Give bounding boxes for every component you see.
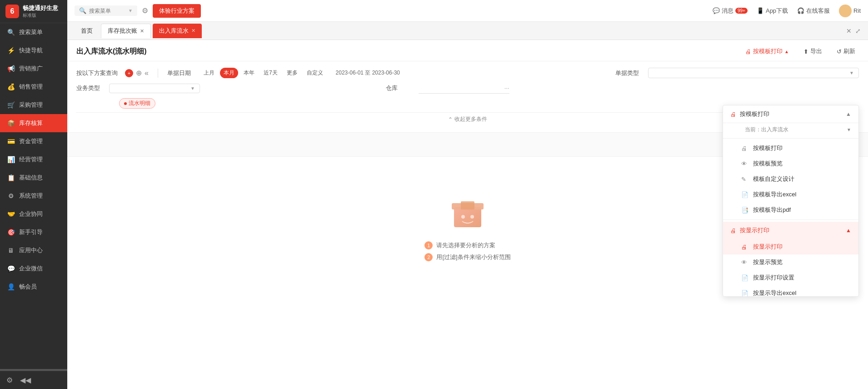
tab-inout-flow[interactable]: 出入库流水 ✕ <box>153 24 202 38</box>
template-preview-label: 按模板预览 <box>753 160 783 168</box>
display-print-label: 按显示打印 <box>753 243 783 251</box>
date-tab-7days[interactable]: 近7天 <box>260 68 281 78</box>
tab-close-inout-flow[interactable]: ✕ <box>191 28 195 34</box>
svg-point-3 <box>461 215 465 219</box>
warehouse-label: 仓库 <box>386 84 411 92</box>
dropdown-title: 按模板打印 <box>740 110 769 118</box>
close-tab-icon[interactable]: ✕ <box>846 27 852 35</box>
filter-add-actions: + ⊕ « <box>125 69 149 77</box>
refresh-icon: ↺ <box>837 48 842 55</box>
display-print-section-header[interactable]: 🖨 按显示打印 ▲ <box>723 222 858 239</box>
sidebar-item-quick-nav[interactable]: ⚡ 快捷导航 <box>0 41 67 60</box>
sidebar-item-finance[interactable]: 💳 资金管理 <box>0 132 67 150</box>
date-tab-current-month[interactable]: 本月 <box>220 68 238 78</box>
date-tab-year[interactable]: 本年 <box>240 68 258 78</box>
quick-filter-tag[interactable]: 流水明细 <box>119 98 155 109</box>
sidebar-item-purchase[interactable]: 🛒 采购管理 <box>0 96 67 114</box>
sidebar-item-wechat[interactable]: 💬 企业微信 <box>0 259 67 278</box>
search-icon: 🔍 <box>6 29 15 36</box>
svg-rect-2 <box>461 201 474 209</box>
display-settings-icon: 📄 <box>741 274 748 281</box>
date-tab-more[interactable]: 更多 <box>283 68 301 78</box>
current-label-text: 当前：出入库流水 <box>745 126 788 134</box>
warehouse-select[interactable]: ··· <box>419 83 509 94</box>
template-export-excel-label: 按模板导出excel <box>753 190 796 199</box>
filter-settings-icon[interactable]: ⊕ <box>136 69 142 77</box>
display-export-excel-item[interactable]: 📄 按显示导出excel <box>723 285 858 296</box>
settings-bottom-icon[interactable]: ⚙ <box>6 376 13 384</box>
tab-close-inventory-batch[interactable]: ✕ <box>140 28 144 34</box>
topbar-gear-icon[interactable]: ⚙ <box>142 6 148 15</box>
filter-add-icon[interactable]: + <box>125 69 133 77</box>
display-print-item[interactable]: 🖨 按显示打印 <box>723 239 858 254</box>
sidebar-item-member[interactable]: 👤 畅会员 <box>0 278 67 296</box>
template-export-pdf-item[interactable]: 📑 按模板导出pdf <box>723 202 858 218</box>
template-preview-item[interactable]: 👁 按模板预览 <box>723 156 858 171</box>
template-print-item-1[interactable]: 🖨 按模板打印 <box>723 140 858 156</box>
display-print-settings-item[interactable]: 📄 按显示打印设置 <box>723 270 858 285</box>
tab-inventory-batch[interactable]: 库存批次账 ✕ <box>101 24 151 38</box>
template-export-pdf-label: 按模板导出pdf <box>753 206 791 214</box>
print-dropdown-icon: 🖨 <box>730 111 736 118</box>
sidebar-item-sales[interactable]: 💰 销售管理 <box>0 78 67 96</box>
empty-tip-1: 1 请先选择要分析的方案 <box>424 241 510 249</box>
dropdown-header[interactable]: 🖨 按模板打印 ▲ <box>723 105 858 123</box>
trial-btn[interactable]: 体验行业方案 <box>153 4 201 18</box>
message-action[interactable]: 💬 消息 99+ <box>713 7 748 15</box>
date-tab-last-month[interactable]: 上月 <box>200 68 218 78</box>
online-service-label: 在线客服 <box>806 7 830 15</box>
topbar-search[interactable]: 🔍 ▼ <box>75 5 137 16</box>
export-btn[interactable]: ⬆ 导出 <box>800 45 826 57</box>
export-icon: ⬆ <box>803 48 808 55</box>
display-excel-icon: 📄 <box>741 290 748 297</box>
member-icon: 👤 <box>6 283 15 290</box>
filter-query-label: 按以下方案查询 <box>76 69 118 77</box>
print-btn[interactable]: 🖨 按模板打印 ▲ <box>742 45 793 57</box>
sidebar-item-basic-info[interactable]: 📋 基础信息 <box>0 169 67 187</box>
sidebar-item-marketing[interactable]: 📢 营销推广 <box>0 60 67 78</box>
sidebar-item-search[interactable]: 🔍 搜索菜单 <box>0 23 67 41</box>
svg-rect-0 <box>454 207 481 227</box>
display-print-section-icon: 🖨 <box>730 227 736 234</box>
sidebar-item-guide[interactable]: 🎯 新手引导 <box>0 223 67 241</box>
template-custom-icon: ✎ <box>741 176 748 183</box>
refresh-label: 刷新 <box>843 47 855 55</box>
sidebar-item-enterprise[interactable]: 🤝 企业协同 <box>0 205 67 223</box>
app-download-icon: 📱 <box>757 7 764 14</box>
page-actions: 🖨 按模板打印 ▲ ⬆ 导出 ↺ 刷新 <box>742 45 859 57</box>
print-icon: 🖨 <box>745 48 751 55</box>
expand-tab-icon[interactable]: ⤢ <box>855 27 861 35</box>
sidebar-item-inventory[interactable]: 📦 库存核算 <box>0 114 67 132</box>
dropdown-arrow-icon: ▼ <box>128 8 133 13</box>
date-tab-custom[interactable]: 自定义 <box>303 68 327 78</box>
refresh-btn[interactable]: ↺ 刷新 <box>833 45 859 57</box>
sidebar-nav: 🔍 搜索菜单 ⚡ 快捷导航 📢 营销推广 💰 销售管理 🛒 采购管理 📦 库存核… <box>0 23 67 369</box>
online-service-action[interactable]: 🎧 在线客服 <box>797 7 830 15</box>
filter-collapse-icon[interactable]: « <box>145 69 149 77</box>
collapse-sidebar-icon[interactable]: ◀◀ <box>20 376 31 384</box>
current-label-row: 当前：出入库流水 ▼ <box>723 123 858 136</box>
app-download-label: App下载 <box>766 7 788 15</box>
username-label: Rit <box>853 7 861 14</box>
sidebar-item-app-center[interactable]: 🖥 应用中心 <box>0 241 67 259</box>
app-name: 畅捷通好生意 <box>23 5 58 12</box>
search-input[interactable] <box>89 8 125 14</box>
sidebar-item-system[interactable]: ⚙ 系统管理 <box>0 187 67 205</box>
dropdown-panel: 🖨 按模板打印 ▲ 当前：出入库流水 ▼ 🖨 按模板打印 <box>723 105 859 297</box>
topbar-search-icon: 🔍 <box>79 7 86 14</box>
template-preview-icon: 👁 <box>741 160 748 167</box>
bill-type-select[interactable]: ▼ <box>648 68 859 78</box>
quick-filter-label: 流水明细 <box>129 100 150 107</box>
system-icon: ⚙ <box>6 192 15 199</box>
tab-home[interactable]: 首页 <box>75 24 99 38</box>
user-avatar-action[interactable]: Rit <box>839 5 861 17</box>
main-content: 🔍 ▼ ⚙ 体验行业方案 💬 消息 99+ 📱 App下载 🎧 在线客服 R <box>67 0 868 389</box>
template-export-excel-item[interactable]: 📄 按模板导出excel <box>723 187 858 202</box>
template-pdf-icon: 📑 <box>741 207 748 214</box>
app-download-action[interactable]: 📱 App下载 <box>757 7 788 15</box>
sidebar-item-operations[interactable]: 📊 经营管理 <box>0 150 67 169</box>
business-type-select[interactable]: ▼ <box>109 84 200 93</box>
dropdown-header-arrow: ▲ <box>846 111 851 117</box>
template-custom-item[interactable]: ✎ 模板自定义设计 <box>723 171 858 187</box>
display-preview-item[interactable]: 👁 按显示预览 <box>723 254 858 270</box>
